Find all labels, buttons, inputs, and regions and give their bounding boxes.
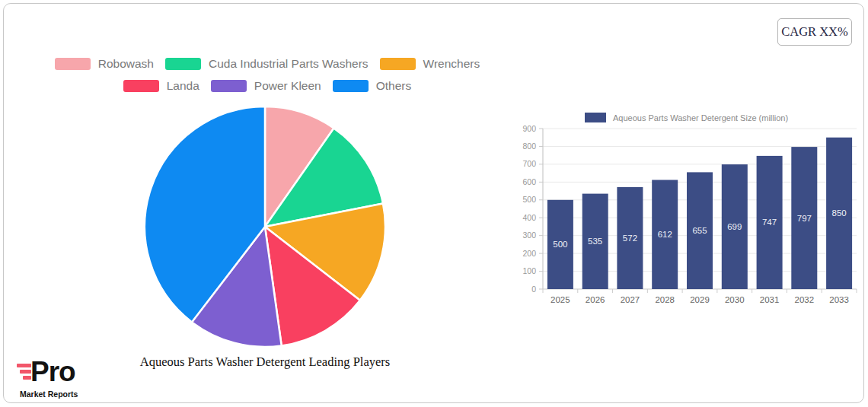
y-tick-label: 400 (522, 213, 536, 222)
cagr-badge: CAGR XX% (777, 18, 852, 46)
y-tick-label: 900 (522, 124, 536, 133)
x-axis-label-2028: 2028 (655, 295, 675, 304)
y-tick-label: 800 (522, 141, 536, 151)
y-tick-label: 200 (522, 249, 536, 258)
pie-legend-row-1: RobowashCuda Industrial Parts WashersWre… (55, 57, 480, 71)
legend-item-power-kleen[interactable]: Power Kleen (211, 79, 321, 93)
bar-value-label: 850 (832, 208, 847, 218)
legend-item-others[interactable]: Others (333, 79, 412, 93)
legend-swatch (123, 80, 159, 92)
bar-value-label: 500 (553, 240, 567, 249)
legend-item-landa[interactable]: Landa (123, 79, 199, 93)
pie-legend-row-2: LandaPower KleenOthers (123, 79, 412, 93)
y-tick-label: 600 (522, 177, 536, 186)
legend-swatch (380, 58, 416, 70)
legend-label: Others (376, 79, 412, 93)
bar-legend-label: Aqueous Parts Washer Detergent Size (mil… (613, 113, 788, 122)
legend-swatch (165, 58, 201, 70)
legend-label: Wrenchers (423, 57, 480, 71)
logo-subtitle: Market Reports (20, 390, 78, 399)
legend-item-robowash[interactable]: Robowash (55, 57, 154, 71)
cagr-badge-label: CAGR XX% (781, 24, 848, 40)
pie-chart (143, 105, 387, 348)
bar-chart: Aqueous Parts Washer Detergent Size (mil… (503, 105, 866, 312)
y-tick-label: 700 (522, 159, 536, 168)
x-axis-label-2030: 2030 (725, 295, 745, 304)
bar-legend[interactable]: Aqueous Parts Washer Detergent Size (mil… (585, 113, 788, 122)
x-axis-label-2031: 2031 (760, 295, 780, 304)
bar-value-label: 655 (692, 226, 707, 235)
legend-swatch (333, 80, 369, 92)
x-axis-label-2025: 2025 (550, 295, 570, 304)
pie-legend: RobowashCuda Industrial Parts WashersWre… (42, 57, 493, 93)
bar-value-label: 612 (658, 230, 672, 239)
legend-item-cuda-industrial-parts-washers[interactable]: Cuda Industrial Parts Washers (165, 57, 369, 71)
legend-label: Power Kleen (254, 79, 321, 93)
x-axis-label-2032: 2032 (795, 295, 815, 304)
x-axis-label-2026: 2026 (586, 295, 605, 304)
legend-label: Cuda Industrial Parts Washers (209, 57, 369, 71)
logo-name: Pro (30, 356, 75, 388)
legend-item-wrenchers[interactable]: Wrenchers (380, 57, 480, 71)
y-tick-label: 300 (522, 231, 536, 240)
y-tick-label: 0 (531, 285, 536, 294)
y-tick-label: 100 (522, 266, 536, 275)
legend-label: Robowash (98, 57, 154, 71)
x-axis-label-2029: 2029 (690, 295, 710, 304)
bar-legend-swatch (585, 113, 606, 122)
legend-swatch (211, 80, 247, 92)
bar-value-label: 797 (797, 214, 812, 223)
pro-market-reports-logo: Pro Market Reports (17, 362, 101, 400)
x-axis-label-2033: 2033 (829, 295, 849, 304)
logo-stripes-icon (17, 364, 32, 380)
bar-value-label: 535 (588, 237, 602, 246)
bar-value-label: 747 (762, 218, 777, 227)
x-axis-label-2027: 2027 (621, 295, 640, 304)
legend-swatch (55, 58, 91, 70)
bar-value-label: 572 (623, 234, 637, 243)
pie-chart-title: Aqueous Parts Washer Detergent Leading P… (97, 355, 432, 370)
y-tick-label: 500 (522, 195, 536, 204)
legend-label: Landa (167, 79, 199, 93)
bar-value-label: 699 (727, 222, 742, 231)
